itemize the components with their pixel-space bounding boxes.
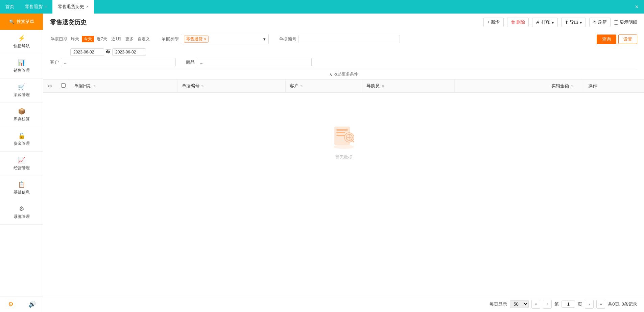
collapse-filters-btn[interactable]: ∧ 收起更多条件 <box>50 69 637 79</box>
goods-input[interactable] <box>197 58 312 66</box>
date-from-input[interactable] <box>70 48 104 56</box>
th-number[interactable]: 单据编号 ⇅ <box>177 80 285 93</box>
th-customer[interactable]: 客户 ⇅ <box>285 80 362 93</box>
sidebar-item-sales[interactable]: 📊 销售管理 <box>0 54 43 79</box>
bill-type-select[interactable]: 零售退货 × ▾ <box>181 34 269 44</box>
toolbar: + 新增 🗑 删除 🖨 打印 ▾ ⬆ 导出 ▾ ↻ 刷新 显示明细 <box>483 18 637 27</box>
sort-date-icon: ⇅ <box>93 84 96 88</box>
pagination-total: 共0页, 0条记录 <box>608 301 637 307</box>
tag-close-icon[interactable]: × <box>204 37 206 42</box>
sort-number-icon: ⇅ <box>201 84 204 88</box>
date-shortcuts: 昨天 今天 近7天 近1月 更多 自定义 <box>70 36 151 42</box>
sidebar-item-system[interactable]: ⚙ 系统管理 <box>0 200 43 225</box>
th-guide[interactable]: 导购员 ⇅ <box>362 80 455 93</box>
inventory-icon: 📦 <box>18 108 25 115</box>
shortcut-1month[interactable]: 近1月 <box>110 36 123 42</box>
customer-input[interactable] <box>61 58 176 66</box>
tab-retail-return[interactable]: 零售退货 × <box>20 0 52 14</box>
goods-filter: 商品 <box>186 58 312 66</box>
sidebar-item-quick-nav[interactable]: ⚡ 快捷导航 <box>0 30 43 54</box>
print-dropdown-icon: ▾ <box>552 20 554 25</box>
date-filter: 单据日期 昨天 今天 近7天 近1月 更多 自定义 <box>50 36 151 42</box>
close-retail-return-tab[interactable]: × <box>45 4 47 9</box>
page-header: 零售退货历史 + 新增 🗑 删除 🖨 打印 ▾ ⬆ 导出 ▾ ↻ 刷新 <box>43 14 644 80</box>
data-table: ⚙ 单据日期 ⇅ 单据编号 ⇅ <box>43 80 644 187</box>
table-wrapper: ⚙ 单据日期 ⇅ 单据编号 ⇅ <box>43 80 644 296</box>
customer-filter: 客户 <box>50 58 176 66</box>
refresh-button[interactable]: ↻ 刷新 <box>589 18 611 27</box>
quick-nav-icon: ⚡ <box>18 35 25 42</box>
sort-customer-icon: ⇅ <box>300 84 303 88</box>
th-action: 操作 <box>584 80 644 93</box>
display-toggle[interactable]: 显示明细 <box>614 19 637 25</box>
shortcut-custom[interactable]: 自定义 <box>136 36 151 42</box>
empty-state: 暂无数据 <box>43 93 644 187</box>
sidebar-item-basic[interactable]: 📋 基础信息 <box>0 176 43 200</box>
volume-icon: 🔊 <box>28 300 36 308</box>
prev-page-btn[interactable]: ‹ <box>543 300 552 309</box>
filter-area: 单据日期 昨天 今天 近7天 近1月 更多 自定义 单据类型 <box>50 30 637 79</box>
setting-button[interactable]: 设置 <box>618 35 637 44</box>
date-to-input[interactable] <box>112 48 146 56</box>
svg-rect-2 <box>336 129 348 131</box>
page-number-input[interactable] <box>562 300 575 308</box>
select-all-checkbox[interactable] <box>61 83 66 88</box>
pagination-bar: 每页显示 50 20 100 « ‹ 第 页 › » 共0页, 0条记录 <box>43 296 644 312</box>
basic-icon: 📋 <box>18 181 25 188</box>
empty-illustration <box>327 120 361 150</box>
sidebar-item-inventory[interactable]: 📦 库存核算 <box>0 103 43 127</box>
settings-icon: ⚙ <box>8 300 14 308</box>
page-title: 零售退货历史 <box>50 18 87 26</box>
sort-amount-icon: ⇅ <box>571 84 574 88</box>
date-range: 至 <box>70 48 146 56</box>
sidebar: 🔍 搜索菜单 ⚡ 快捷导航 📊 销售管理 🛒 采购管理 📦 库存核算 🔒 资金管… <box>0 14 43 312</box>
sidebar-search[interactable]: 🔍 搜索菜单 <box>0 14 43 30</box>
bill-type-tag: 零售退货 × <box>184 36 209 43</box>
th-date[interactable]: 单据日期 ⇅ <box>70 80 177 93</box>
th-check[interactable] <box>57 80 70 93</box>
th-amount[interactable]: 实销金额 ⇅ <box>455 80 584 93</box>
next-page-btn[interactable]: › <box>585 300 594 309</box>
bill-number-input[interactable] <box>299 35 400 43</box>
sidebar-settings-btn[interactable]: ⚙ <box>0 296 22 312</box>
sort-guide-icon: ⇅ <box>382 84 384 88</box>
window-close-button[interactable]: × <box>629 3 644 10</box>
content-area: 零售退货历史 + 新增 🗑 删除 🖨 打印 ▾ ⬆ 导出 ▾ ↻ 刷新 <box>43 14 644 312</box>
display-toggle-checkbox[interactable] <box>614 20 618 25</box>
tab-retail-return-history[interactable]: 零售退货历史 × <box>52 0 94 14</box>
purchase-icon: 🛒 <box>18 83 25 91</box>
sidebar-bottom: ⚙ 🔊 <box>0 296 43 312</box>
query-button[interactable]: 查询 <box>597 35 616 44</box>
collapse-icon: ∧ <box>329 72 332 77</box>
new-button[interactable]: + 新增 <box>483 18 503 27</box>
gear-icon: ⚙ <box>48 84 52 89</box>
search-icon: 🔍 <box>9 19 15 24</box>
shortcut-yesterday[interactable]: 昨天 <box>70 36 80 42</box>
system-icon: ⚙ <box>19 205 24 213</box>
finance-icon: 🔒 <box>18 132 25 139</box>
shortcut-today[interactable]: 今天 <box>82 36 94 42</box>
print-button[interactable]: 🖨 打印 ▾ <box>532 18 558 27</box>
export-dropdown-icon: ▾ <box>580 20 582 25</box>
export-button[interactable]: ⬆ 导出 ▾ <box>561 18 586 27</box>
close-retail-return-history-tab[interactable]: × <box>86 4 89 9</box>
shortcut-more[interactable]: 更多 <box>124 36 135 42</box>
bill-type-filter: 单据类型 零售退货 × ▾ <box>161 34 269 44</box>
th-settings[interactable]: ⚙ <box>43 80 57 93</box>
sales-icon: 📊 <box>18 59 25 66</box>
sidebar-item-operation[interactable]: 📈 经营管理 <box>0 152 43 176</box>
bill-number-filter: 单据编号 <box>279 35 400 43</box>
svg-point-0 <box>334 145 354 149</box>
last-page-btn[interactable]: » <box>596 300 605 309</box>
top-tab-bar: 首页 零售退货 × 零售退货历史 × × <box>0 0 644 14</box>
page-size-select[interactable]: 50 20 100 <box>510 300 529 308</box>
tab-home[interactable]: 首页 <box>0 0 20 14</box>
sidebar-item-purchase[interactable]: 🛒 采购管理 <box>0 79 43 103</box>
sidebar-volume-btn[interactable]: 🔊 <box>22 296 43 312</box>
delete-button[interactable]: 🗑 删除 <box>507 18 529 27</box>
sidebar-item-finance[interactable]: 🔒 资金管理 <box>0 127 43 152</box>
shortcut-7days[interactable]: 近7天 <box>95 36 109 42</box>
operation-icon: 📈 <box>18 156 25 164</box>
first-page-btn[interactable]: « <box>531 300 540 309</box>
select-dropdown-icon: ▾ <box>263 37 266 42</box>
